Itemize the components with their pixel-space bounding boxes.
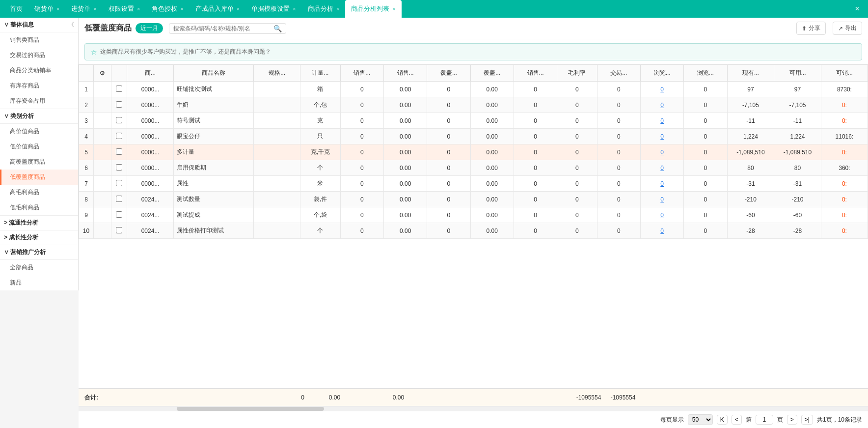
nav-tab-sales[interactable]: 销货单 × — [28, 0, 65, 18]
row-browse1[interactable]: 0 — [640, 129, 683, 144]
search-input[interactable] — [173, 25, 271, 32]
row-gross-margin: 0 — [557, 207, 597, 223]
page-number-input[interactable] — [756, 415, 773, 425]
search-icon[interactable]: 🔍 — [273, 25, 282, 32]
row-browse1[interactable]: 0 — [640, 160, 683, 176]
close-icon[interactable]: × — [237, 6, 240, 12]
row-checkbox[interactable] — [111, 97, 127, 113]
export-button[interactable]: ↗ 导出 — [833, 22, 862, 35]
nav-tab-analysis[interactable]: 商品分析 × — [302, 0, 345, 18]
page-size-select[interactable]: 50 100 200 — [688, 414, 713, 425]
period-button[interactable]: 近一月 — [136, 23, 163, 33]
sidebar-item-低覆盖度商品[interactable]: 低覆盖度商品 — [0, 170, 78, 185]
nav-tab-template[interactable]: 单据模板设置 × — [245, 0, 301, 18]
nav-tab-home[interactable]: 首页 — [4, 0, 28, 18]
row-browse1[interactable]: 0 — [640, 97, 683, 113]
row-code: 0000... — [127, 176, 174, 192]
nav-tab-role[interactable]: 角色授权 × — [146, 0, 189, 18]
settings-col-header[interactable]: ⚙ — [94, 65, 111, 82]
row-browse1[interactable]: 0 — [640, 192, 683, 207]
row-current-stock: -210 — [727, 192, 774, 207]
coverage1-col-header: 覆盖... — [427, 65, 470, 82]
sidebar-collapse-btn[interactable]: 《 — [68, 21, 74, 29]
sidebar-item-全部商品[interactable]: 全部商品 — [0, 260, 78, 275]
sidebar-item-交易过的商品[interactable]: 交易过的商品 — [0, 48, 78, 63]
horizontal-scrollbar[interactable] — [79, 406, 868, 411]
sidebar-item-库存资金占用[interactable]: 库存资金占用 — [0, 93, 78, 109]
row-available: -210 — [774, 192, 821, 207]
row-unit: 个,包 — [300, 97, 341, 113]
table-row: 5 0000... 多计量 克,千克 0 0.00 0 0.00 0 0 0 0… — [79, 144, 868, 160]
info-icon: ☆ — [91, 48, 97, 56]
row-checkbox[interactable] — [111, 207, 127, 223]
next-page-btn[interactable]: > — [787, 415, 797, 425]
close-icon[interactable]: × — [336, 6, 339, 12]
row-current-stock: -7,105 — [727, 97, 774, 113]
row-spec — [254, 176, 300, 192]
row-browse1[interactable]: 0 — [640, 144, 683, 160]
row-transaction: 0 — [597, 144, 640, 160]
row-checkbox[interactable] — [111, 129, 127, 144]
close-icon[interactable]: × — [56, 6, 59, 12]
sidebar-item-商品分类动销率[interactable]: 商品分类动销率 — [0, 63, 78, 78]
row-browse1[interactable]: 0 — [640, 113, 683, 129]
row-sales-qty: 0 — [340, 160, 383, 176]
row-coverage2: 0.00 — [470, 144, 514, 160]
nav-tab-purchase[interactable]: 进货单 × — [65, 0, 102, 18]
close-icon[interactable]: × — [392, 6, 395, 12]
first-page-btn[interactable]: K — [717, 415, 728, 425]
row-sales-qty: 0 — [340, 223, 383, 239]
row-name: 符号测试 — [174, 113, 254, 129]
nav-tab-product[interactable]: 产成品入库单 × — [190, 0, 245, 18]
row-browse1[interactable]: 0 — [640, 176, 683, 192]
row-coverage2: 0.00 — [470, 192, 514, 207]
sidebar-item-高价值商品[interactable]: 高价值商品 — [0, 124, 78, 139]
row-checkbox[interactable] — [111, 144, 127, 160]
row-sellable: 11016: — [821, 129, 868, 144]
sidebar-item-新品[interactable]: 新品 — [0, 275, 78, 290]
row-name: 多计量 — [174, 144, 254, 160]
row-coverage2: 0.00 — [470, 82, 514, 97]
row-sellable: 0: — [821, 97, 868, 113]
close-icon[interactable]: × — [293, 6, 296, 12]
row-checkbox[interactable] — [111, 82, 127, 97]
share-icon: ⬆ — [802, 25, 807, 32]
row-checkbox[interactable] — [111, 113, 127, 129]
row-checkbox[interactable] — [111, 160, 127, 176]
row-browse1[interactable]: 0 — [640, 207, 683, 223]
share-button[interactable]: ⬆ 分享 — [796, 22, 826, 35]
row-sellable: 0: — [821, 223, 868, 239]
sidebar-item-高毛利商品[interactable]: 高毛利商品 — [0, 185, 78, 200]
sidebar-item-低价值商品[interactable]: 低价值商品 — [0, 139, 78, 154]
row-available: 1,224 — [774, 129, 821, 144]
row-gross-margin: 0 — [557, 97, 597, 113]
sidebar-item-销售类商品[interactable]: 销售类商品 — [0, 32, 78, 48]
close-icon[interactable]: × — [180, 6, 183, 12]
last-page-btn[interactable]: >| — [801, 415, 813, 425]
row-code: 0024... — [127, 207, 174, 223]
close-icon[interactable]: × — [137, 6, 140, 12]
row-name: 属性价格打印测试 — [174, 223, 254, 239]
row-name: 旺铺批次测试 — [174, 82, 254, 97]
row-checkbox[interactable] — [111, 176, 127, 192]
row-sales-qty: 0 — [340, 207, 383, 223]
row-coverage2: 0.00 — [470, 113, 514, 129]
sidebar-item-低毛利商品[interactable]: 低毛利商品 — [0, 200, 78, 215]
page-suffix: 页 — [777, 416, 783, 424]
nav-tab-analysis-list[interactable]: 商品分析列表 × — [345, 0, 401, 18]
row-browse1[interactable]: 0 — [640, 82, 683, 97]
row-settings — [94, 82, 111, 97]
row-spec — [254, 160, 300, 176]
nav-tab-permission[interactable]: 权限设置 × — [103, 0, 146, 18]
row-browse1[interactable]: 0 — [640, 223, 683, 239]
row-settings — [94, 192, 111, 207]
sidebar-item-高覆盖度商品[interactable]: 高覆盖度商品 — [0, 154, 78, 170]
row-checkbox[interactable] — [111, 223, 127, 239]
footer-available: -1095554 — [606, 394, 640, 401]
close-window-button[interactable]: × — [850, 2, 864, 16]
prev-page-btn[interactable]: < — [732, 415, 742, 425]
sidebar-item-有库存商品[interactable]: 有库存商品 — [0, 78, 78, 93]
row-checkbox[interactable] — [111, 192, 127, 207]
close-icon[interactable]: × — [93, 6, 96, 12]
row-number: 5 — [79, 144, 94, 160]
